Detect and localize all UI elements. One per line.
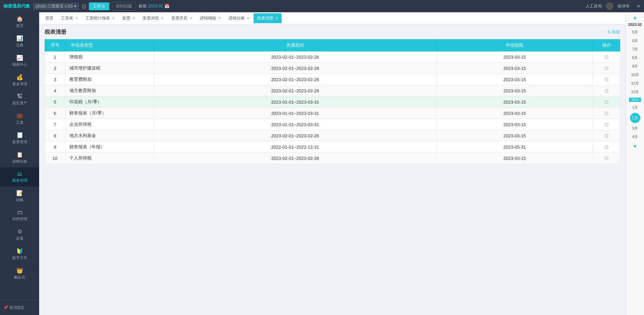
sidebar-label-funds: 资金管理	[12, 81, 27, 87]
company-selector[interactable]: (勿动) 江西股宝-LSS ▾	[33, 3, 79, 10]
sidebar-item-home[interactable]: 🏠 首页	[0, 12, 39, 32]
action-view-icon[interactable]: ⊡	[605, 88, 609, 93]
sidebar-footer: 📌 取消固定	[0, 300, 39, 315]
sidebar-item-funds[interactable]: 💰 资金管理	[0, 71, 39, 90]
tab-input-ledger-close[interactable]: ✕	[247, 16, 249, 20]
fixed-assets-icon: 🏗	[17, 93, 22, 100]
guide-icon: 🔰	[16, 248, 23, 254]
month-9[interactable]: 9月	[626, 62, 644, 71]
cell-deadline: 2023-03-15	[436, 85, 593, 96]
action-view-icon[interactable]: ⊡	[605, 77, 609, 82]
month-10[interactable]: 10月	[626, 71, 644, 79]
sidebar-item-archive[interactable]: 🗃 归档管理	[0, 206, 39, 225]
sidebar-item-settlement[interactable]: 📝 结账	[0, 186, 39, 206]
cell-no: 3	[45, 74, 65, 85]
action-view-icon[interactable]: ⊡	[605, 144, 609, 150]
sidebar-label-reports: 报表中心	[12, 62, 27, 67]
cell-period: 2023-01-01~2023-03-31	[154, 96, 437, 108]
sidebar-item-input-output[interactable]: 📋 进销台账	[0, 148, 39, 167]
sidebar-item-invoice-mgmt[interactable]: 🧾 发票管理	[0, 129, 39, 148]
cell-deadline: 2023-03-15	[436, 153, 593, 164]
sidebar-item-settings[interactable]: ⚙ 设置	[0, 225, 39, 244]
cell-period: 2023-02-01~2023-02-28	[154, 85, 437, 96]
action-view-icon[interactable]: ⊡	[605, 110, 609, 116]
tab-salary[interactable]: 工资表 ✕	[58, 13, 81, 23]
cell-no: 7	[45, 119, 65, 130]
tab-salary-close[interactable]: ✕	[75, 16, 78, 20]
panel-months-prev: 5月 6月 7月 8月 9月 10月 11月 12月	[626, 28, 644, 96]
human-service-link[interactable]: 人工咨询	[585, 3, 602, 9]
settlement-icon: 📝	[16, 190, 23, 196]
cell-deadline: 2023-03-15	[436, 119, 593, 130]
month-1[interactable]: 1月	[626, 103, 644, 112]
action-view-icon[interactable]: ⊡	[605, 122, 609, 127]
tab-invoice-browse-close[interactable]: ✕	[161, 16, 164, 20]
cell-type: 城市维护建设税	[65, 63, 154, 74]
sidebar-item-tax-mgmt[interactable]: 🗂 税务管理	[0, 167, 39, 186]
table-row: 2 城市维护建设税 2023-02-01~2023-02-28 2023-03-…	[45, 63, 620, 74]
table-row: 7 企业所得税 2023-01-01~2023-03-31 2023-03-15…	[45, 119, 620, 130]
top-bar: 畅捷通易代账 (勿动) 江西股宝-LSS ▾ ⊡ 工作台 切到旧版 账期 202…	[0, 0, 644, 12]
tab-invoice[interactable]: 发票 ✕	[119, 13, 139, 23]
tab-invoice-open[interactable]: 发票开具 ✕	[168, 13, 196, 23]
action-view-icon[interactable]: ⊡	[605, 54, 609, 60]
tab-input-ledger-label: 进销台账	[228, 15, 245, 21]
col-header-period: 所属期间	[154, 40, 437, 51]
cell-period: 2023-02-01~2023-02-28	[154, 51, 437, 63]
tab-invoice-close[interactable]: ✕	[132, 16, 135, 20]
month-6[interactable]: 6月	[626, 36, 644, 45]
tab-input-review-close[interactable]: ✕	[218, 16, 221, 20]
month-7[interactable]: 7月	[626, 45, 644, 54]
month-11[interactable]: 11月	[626, 79, 644, 88]
cancel-pin-button[interactable]: 📌 取消固定	[0, 303, 39, 312]
tab-input-review[interactable]: 进销稽核 ✕	[196, 13, 224, 23]
app-logo: 畅捷通易代账	[3, 3, 30, 9]
user-name: 徐泽华	[617, 3, 630, 9]
sidebar-item-member[interactable]: 👑 畅会员	[0, 264, 39, 283]
top-bar-right: 人工咨询 徐泽华 ✕	[585, 2, 641, 10]
table-row: 8 地方水利基金 2023-02-01~2023-02-28 2023-03-1…	[45, 130, 620, 141]
cell-type: 财务报表（年报）	[65, 141, 154, 153]
tab-tax-list[interactable]: 税表清册 ✕	[254, 13, 281, 23]
cell-no: 8	[45, 130, 65, 141]
action-view-icon[interactable]: ⊡	[605, 133, 609, 138]
month-2-active[interactable]: 2月	[630, 113, 640, 123]
action-view-icon[interactable]: ⊡	[605, 99, 609, 105]
sidebar-item-salary[interactable]: 💼 工资	[0, 109, 39, 129]
sidebar-item-ledger[interactable]: 📊 总账	[0, 32, 39, 51]
period-calendar-icon[interactable]: 📅	[164, 4, 170, 9]
cell-deadline: 2023-03-15	[436, 130, 593, 141]
month-3[interactable]: 3月	[626, 124, 644, 133]
tab-input-ledger[interactable]: 进销台账 ✕	[225, 13, 253, 23]
tab-invoice-open-close[interactable]: ✕	[190, 16, 192, 20]
tab-home-label: 首页	[45, 15, 53, 21]
tab-invoice-browse[interactable]: 发票浏览 ✕	[139, 13, 167, 23]
sidebar-item-fixed-assets[interactable]: 🏗 固定资产	[0, 90, 39, 109]
sidebar-item-reports[interactable]: 📈 报表中心	[0, 51, 39, 71]
panel-down-chevron[interactable]: ▼	[632, 142, 639, 150]
workbench-button[interactable]: 工作台	[89, 2, 109, 10]
action-view-icon[interactable]: ⊡	[605, 65, 609, 71]
top-close-icon[interactable]: ✕	[637, 3, 641, 9]
month-5[interactable]: 5月	[626, 28, 644, 36]
month-4[interactable]: 4月	[626, 133, 644, 141]
company-settings-icon[interactable]: ⊡	[82, 3, 86, 10]
sidebar-item-guide[interactable]: 🔰 新手引导	[0, 244, 39, 264]
home-icon: 🏠	[16, 16, 23, 22]
tab-salary-report-close[interactable]: ✕	[112, 16, 115, 20]
cell-period: 2023-02-01~2023-02-28	[154, 74, 437, 85]
refresh-button[interactable]: ↻ 刷新	[608, 29, 620, 35]
tab-salary-report[interactable]: 工资统计报表 ✕	[82, 13, 118, 23]
tab-home[interactable]: 首页	[42, 13, 57, 23]
cell-deadline: 2023-03-15	[436, 63, 593, 74]
month-12[interactable]: 12月	[626, 88, 644, 96]
switch-old-button[interactable]: 切到旧版	[112, 2, 136, 11]
action-view-icon[interactable]: ⊡	[605, 155, 609, 161]
cell-no: 1	[45, 51, 65, 63]
year-2023-tag[interactable]: 2023	[629, 97, 641, 102]
table-row: 4 地方教育附加 2023-02-01~2023-02-28 2023-03-1…	[45, 85, 620, 96]
panel-up-chevron[interactable]: ▲	[632, 14, 639, 21]
cell-action: ⊡	[593, 74, 620, 85]
month-8[interactable]: 8月	[626, 54, 644, 62]
tab-tax-list-close[interactable]: ✕	[275, 16, 278, 20]
